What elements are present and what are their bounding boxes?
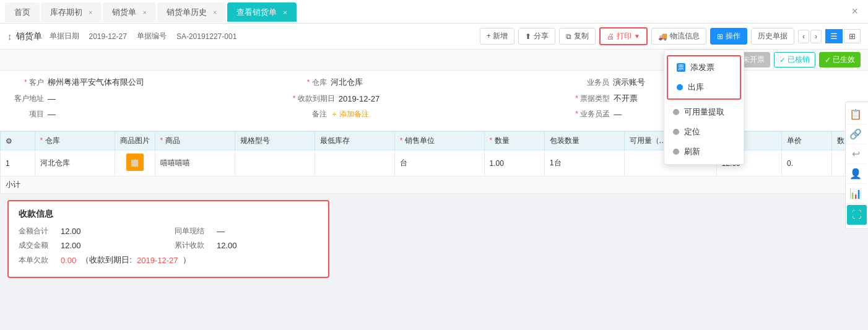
row-unit: 台 [394, 150, 484, 176]
total-amount-value: 12.00 [61, 227, 81, 236]
share-icon: ⬆ [525, 32, 531, 41]
dropdown-add-invoice[interactable]: 票 添发票 [668, 58, 740, 77]
tab-sales-order[interactable]: 销货单 × [103, 2, 155, 22]
tab-inventory-start[interactable]: 库存期初 × [41, 2, 102, 22]
address-value: — [48, 94, 56, 103]
new-button[interactable]: + 新增 [480, 28, 514, 45]
copy-icon: ⧉ [566, 32, 571, 41]
payment-info-section: 收款信息 金额合计 12.00 同单现结 — 成交金额 12.00 累计收款 1… [7, 200, 329, 278]
tab-home[interactable]: 首页 [5, 2, 40, 22]
doc-title: ↕ 销货单 [7, 31, 42, 42]
dropdown-locate[interactable]: 定位 [664, 122, 744, 142]
customer-value: 柳州粤港平安气体有限公司 [48, 77, 144, 88]
print-button[interactable]: 🖨 打印 ▼ [599, 27, 648, 45]
row-img [115, 150, 155, 176]
address-field: 客户地址 — [10, 93, 293, 104]
staff-value: 演示账号 [613, 77, 645, 88]
window-close-button[interactable]: × [846, 2, 863, 20]
product-image [126, 154, 144, 171]
same-order-field: 同单现结 — [175, 226, 318, 237]
warehouse-value: 河北仓库 [331, 77, 363, 88]
effective-button[interactable]: ✓ 已生效 [819, 52, 861, 67]
history-button[interactable]: 历史单据 [751, 28, 794, 45]
dropdown-outbound[interactable]: 出库 [668, 77, 740, 97]
outbound-icon [677, 84, 683, 90]
right-icon-copy[interactable]: 📋 [846, 105, 866, 124]
same-order-label: 同单现结 [175, 226, 212, 237]
share-button[interactable]: ⬆ 分享 [518, 28, 555, 45]
row-spec [235, 150, 315, 176]
row-qty: 1.00 [484, 150, 544, 176]
add-note-button[interactable]: ＋ 添加备注 [331, 109, 369, 119]
locate-icon [673, 129, 679, 135]
right-icon-panel: 📋 🔗 ↩ 👤 📊 ⛶ [845, 102, 868, 229]
verified-button[interactable]: ✓ 已核销 [774, 52, 815, 67]
deal-amount-field: 成交金额 12.00 [19, 240, 162, 251]
tab-bar: 首页 库存期初 × 销货单 × 销货单历史 × 查看销货单 × × [0, 0, 868, 24]
row-product: 嘻嘻嘻嘻 [155, 150, 235, 176]
doc-meta: 单据日期 2019-12-27 单据编号 SA-20191227-001 [50, 31, 237, 41]
payment-row-1: 金额合计 12.00 同单现结 — [19, 226, 318, 237]
add-invoice-icon: 票 [677, 63, 685, 72]
right-icon-undo[interactable]: ↩ [846, 144, 866, 164]
doc-type-label: 销货单 [16, 31, 42, 42]
col-settings[interactable]: ⚙ [1, 132, 35, 150]
effective-icon: ✓ [825, 56, 831, 64]
col-pkg-qty: 包装数量 [544, 132, 624, 150]
deal-amount-value: 12.00 [61, 241, 81, 250]
dropdown-available-qty[interactable]: 可用量提取 [664, 102, 744, 122]
salesperson-label: 业务员孟 [575, 109, 610, 119]
tab-close-sales[interactable]: × [142, 9, 146, 16]
subtotal-row: 小计 [1, 176, 868, 194]
project-label: 项目 [10, 109, 44, 119]
tab-close-inventory[interactable]: × [89, 9, 92, 16]
due-note-after: ） [183, 254, 191, 266]
right-icon-user[interactable]: 👤 [846, 164, 866, 184]
total-amount-label: 金额合计 [19, 226, 56, 237]
tab-sales-history[interactable]: 销货单历史 × [157, 2, 226, 22]
next-record-button[interactable]: › [810, 30, 822, 43]
copy-button[interactable]: ⧉ 复制 [559, 28, 596, 45]
dropdown-refresh[interactable]: 刷新 [664, 142, 744, 162]
row-index: 1 [1, 150, 35, 176]
due-value: 0.00 [61, 256, 76, 265]
col-min-stock: 最低库存 [315, 132, 394, 150]
prev-record-button[interactable]: ‹ [798, 30, 809, 43]
grid-view-button[interactable]: ⊞ [844, 29, 861, 43]
warehouse-label: 仓库 [293, 77, 327, 88]
right-icon-chart[interactable]: 📊 [846, 184, 866, 204]
cumulative-label: 累计收款 [175, 240, 212, 251]
operation-icon: ⊞ [717, 32, 723, 41]
right-icon-link[interactable]: 🔗 [846, 124, 866, 144]
print-icon: 🖨 [607, 32, 614, 41]
sales-order-icon: ↕ [7, 31, 12, 41]
col-unit: * 销售单位 [394, 132, 484, 150]
tab-view-sales[interactable]: 查看销货单 × [227, 2, 296, 22]
col-warehouse: * 仓库 [35, 132, 115, 150]
col-product-img: 商品图片 [115, 132, 155, 150]
cumulative-value: 12.00 [217, 241, 237, 250]
col-qty: * 数量 [484, 132, 544, 150]
project-field: 项目 — [10, 109, 293, 119]
row-pkg-qty: 1台 [544, 150, 624, 176]
operation-button[interactable]: ⊞ 操作 [710, 28, 747, 45]
refresh-icon [673, 149, 679, 155]
list-view-button[interactable]: ☰ [825, 29, 843, 43]
payment-title: 收款信息 [19, 209, 318, 220]
date-label: 单据日期 [50, 31, 79, 41]
logistics-icon: 🚚 [658, 32, 667, 41]
payment-row-3: 本单欠款 0.00 （收款到期日: 2019-12-27 ） [19, 254, 318, 266]
right-icon-expand[interactable]: ⛶ [847, 205, 867, 225]
row-min-stock [315, 150, 394, 176]
print-dropdown-arrow: ▼ [634, 33, 640, 40]
ticket-type-label: 票据类型 [575, 93, 610, 104]
deal-amount-label: 成交金额 [19, 240, 56, 251]
same-order-value: — [217, 227, 225, 236]
cumulative-field: 累计收款 12.00 [175, 240, 318, 251]
add-note-icon: ＋ [331, 109, 338, 119]
tab-close-view[interactable]: × [283, 9, 287, 16]
logistics-button[interactable]: 🚚 物流信息 [651, 28, 706, 45]
note-label: 备注 [293, 109, 327, 119]
payment-row-2: 成交金额 12.00 累计收款 12.00 [19, 240, 318, 251]
tab-close-history[interactable]: × [213, 9, 217, 16]
